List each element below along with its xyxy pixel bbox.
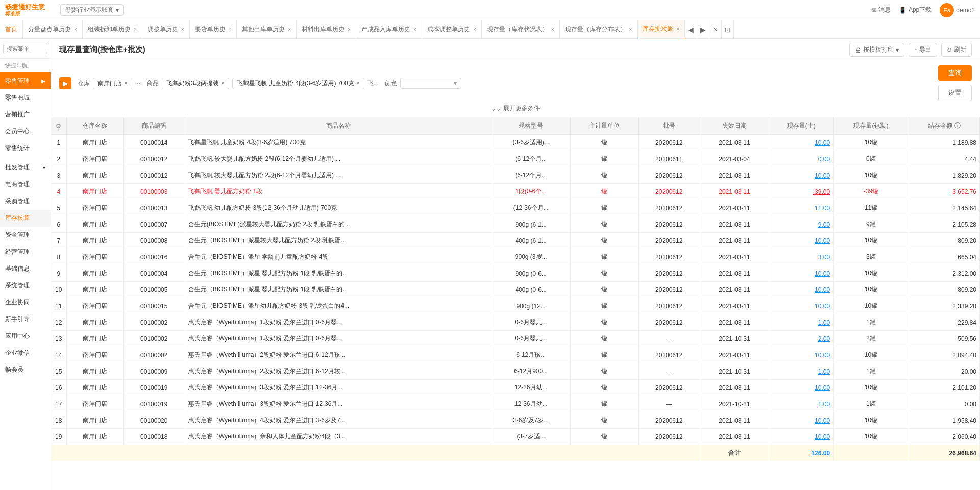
message-btn[interactable]: ✉ 消息 <box>871 6 891 14</box>
export-btn[interactable]: ↑ 导出 <box>909 43 937 57</box>
td-qty-main[interactable]: 10.00 <box>769 429 834 445</box>
td-qty-main[interactable]: 10.00 <box>769 265 834 282</box>
td-code: 00100015 <box>123 298 185 314</box>
td-expiry: 2021-03-11 <box>700 380 769 396</box>
close-icon[interactable]: × <box>676 26 679 32</box>
tab-diaob[interactable]: 调拨单历史 × <box>142 20 190 39</box>
td-unit: 罐 <box>570 151 638 167</box>
close-icon[interactable]: × <box>473 27 476 32</box>
close-icon[interactable]: × <box>288 27 291 32</box>
gear-icon[interactable]: ⚙ <box>56 122 61 130</box>
product-tag1-close[interactable]: × <box>221 80 225 87</box>
product-filter-tag-2[interactable]: 飞鹤星飞帆 儿童奶粉 4段(3-6岁适用) 700克 × <box>232 78 364 89</box>
sidebar-item-finance[interactable]: 资金管理 <box>0 227 51 243</box>
td-qty-main[interactable]: 3.00 <box>769 249 834 265</box>
tab-more-btn[interactable]: ⊡ <box>722 20 734 39</box>
td-code: 00100003 <box>123 184 185 200</box>
sidebar-item-member2[interactable]: 畅会员 <box>0 361 51 378</box>
td-qty-main[interactable]: 1.00 <box>769 396 834 412</box>
tab-prev-btn[interactable]: ◀ <box>685 20 697 39</box>
tab-cailiao[interactable]: 材料出库单历史 × <box>297 20 356 39</box>
expand-conditions-btn[interactable]: ⌄⌄ 展开更多条件 <box>59 104 972 113</box>
tab-xiancun1[interactable]: 现存量（库存状况表） × <box>482 20 560 39</box>
sidebar-item-enterprise[interactable]: 企业协同 <box>0 294 51 311</box>
app-download-btn[interactable]: 📱 App下载 <box>899 6 932 14</box>
tab-yaohuo[interactable]: 要货单历史 × <box>190 20 237 39</box>
store-selector[interactable]: 母婴行业演示账套 ▾ <box>60 4 124 16</box>
tab-chengben[interactable]: 成本调整单历史 × <box>422 20 482 39</box>
product-filter-tag-1[interactable]: 飞鹤奶粉3段两提装 × <box>162 78 229 89</box>
td-spec: 900g (3岁... <box>492 249 570 265</box>
close-icon[interactable]: × <box>629 27 632 32</box>
template-print-btn[interactable]: 🖨 按模板打印 ▾ <box>849 43 904 57</box>
tab-chancheng[interactable]: 产成品入库单历史 × <box>356 20 422 39</box>
close-icon[interactable]: × <box>551 27 554 32</box>
td-qty-main[interactable]: 0.00 <box>769 151 834 167</box>
td-spec: (12-36个月... <box>492 200 570 216</box>
td-qty-main[interactable]: 1.00 <box>769 363 834 380</box>
sidebar-item-inventory[interactable]: 库存核算 <box>0 210 51 227</box>
product-tag2-close[interactable]: × <box>356 80 360 87</box>
close-icon[interactable]: × <box>74 27 77 32</box>
tab-kucun-pici[interactable]: 库存批次账 × <box>638 20 685 39</box>
sidebar-item-retail-mgmt[interactable]: 零售管理 ▶ <box>0 72 51 89</box>
tab-zuhe[interactable]: 组装拆卸单历史 × <box>83 20 142 39</box>
th-unit: 主计量单位 <box>570 117 638 135</box>
close-icon[interactable]: × <box>229 27 232 32</box>
close-icon[interactable]: × <box>348 27 351 32</box>
warehouse-tag-close[interactable]: × <box>124 80 128 87</box>
tab-xiancun2[interactable]: 现存量（库存分布表） × <box>560 20 638 39</box>
td-qty-main[interactable]: 10.00 <box>769 167 834 184</box>
close-icon[interactable]: × <box>413 27 416 32</box>
quick-nav-label[interactable]: 快捷导航 <box>0 59 51 72</box>
td-qty-main[interactable]: 2.00 <box>769 331 834 347</box>
td-qty-main[interactable]: 10.00 <box>769 412 834 429</box>
sidebar-item-purchase[interactable]: 采购管理 <box>0 193 51 210</box>
td-code: 00100019 <box>123 380 185 396</box>
td-qty-main[interactable]: 10.00 <box>769 233 834 249</box>
warehouse-more[interactable]: ··· <box>135 80 140 87</box>
td-qty-main[interactable]: 1.00 <box>769 314 834 331</box>
td-qty-main[interactable]: -39.00 <box>769 184 834 200</box>
sidebar-item-wholesale[interactable]: 批发管理 ▾ <box>0 159 51 176</box>
summary-row: 合计 126.00 26,968.64 <box>51 445 980 461</box>
td-expiry: 2021-10-31 <box>700 363 769 380</box>
sidebar-item-retail-mall[interactable]: 零售商城 <box>0 89 51 106</box>
close-icon[interactable]: × <box>181 27 184 32</box>
sidebar-item-wechat[interactable]: 企业微信 <box>0 345 51 361</box>
td-qty-main[interactable]: 9.00 <box>769 216 834 233</box>
refresh-btn[interactable]: ↻ 刷新 <box>941 43 972 57</box>
settings-btn[interactable]: 设置 <box>938 85 972 101</box>
td-qty-main[interactable]: 10.00 <box>769 298 834 314</box>
td-qty-main[interactable]: 10.00 <box>769 135 834 151</box>
sidebar-item-operations[interactable]: 经营管理 <box>0 243 51 260</box>
sidebar-item-member[interactable]: 会员中心 <box>0 123 51 140</box>
sidebar-item-basic-info[interactable]: 基础信息 <box>0 260 51 277</box>
sidebar-item-retail-stat[interactable]: 零售统计 <box>0 140 51 157</box>
sidebar-item-ecommerce[interactable]: 电商管理 <box>0 176 51 193</box>
tab-home[interactable]: 首页 <box>0 20 23 39</box>
close-icon[interactable]: × <box>134 27 137 32</box>
td-expiry: 2021-10-31 <box>700 396 769 412</box>
th-balance: 结存金额 ⓘ <box>909 117 979 135</box>
th-check: ⚙ <box>51 117 66 135</box>
td-qty-main[interactable]: 11.00 <box>769 200 834 216</box>
tab-next-btn[interactable]: ▶ <box>697 20 709 39</box>
user-area[interactable]: Ea demo2 <box>940 3 975 17</box>
warehouse-filter-tag[interactable]: 南岸门店 × <box>93 78 132 89</box>
td-qty-main[interactable]: 10.00 <box>769 380 834 396</box>
tab-close-btn[interactable]: × <box>709 20 722 39</box>
color-filter-input[interactable]: ▾ <box>400 78 461 89</box>
sidebar-item-system[interactable]: 系统管理 <box>0 277 51 294</box>
search-input[interactable] <box>3 43 47 54</box>
query-btn[interactable]: 查询 <box>938 65 972 81</box>
product-more[interactable]: 飞... <box>368 79 379 88</box>
sidebar-item-marketing[interactable]: 营销推广 <box>0 106 51 123</box>
filter-expand-btn[interactable]: ▶ <box>59 77 71 89</box>
sidebar-item-guide[interactable]: 新手引导 <box>0 311 51 328</box>
td-qty-main[interactable]: 10.00 <box>769 347 834 363</box>
tab-qita[interactable]: 其他出库单历史 × <box>237 20 297 39</box>
td-qty-main[interactable]: 10.00 <box>769 282 834 298</box>
sidebar-item-app-center[interactable]: 应用中心 <box>0 328 51 345</box>
tab-fenliang[interactable]: 分量盘点单历史 × <box>23 20 83 39</box>
